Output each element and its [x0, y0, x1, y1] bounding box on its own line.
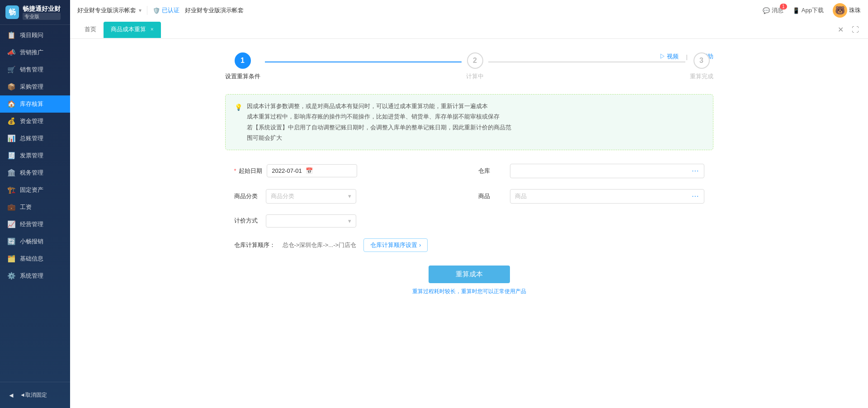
tab-recalc[interactable]: 商品成本重算 ×: [104, 22, 161, 38]
sidebar-item-purchase[interactable]: 📦 采购管理: [0, 78, 70, 95]
app-download-label: App下载: [802, 6, 824, 14]
step-3: 3 重算完成: [690, 52, 713, 81]
tab-close-icon[interactable]: ×: [151, 26, 154, 33]
sidebar-item-basic[interactable]: 🗂️ 基础信息: [0, 250, 70, 267]
product-input[interactable]: 商品 ···: [510, 189, 704, 204]
step-2-circle: 2: [467, 52, 483, 69]
sidebar-unpin[interactable]: ◄ ◄取消固定: [0, 387, 70, 403]
video-btn[interactable]: ▷ 视频: [660, 52, 679, 61]
step-3-circle: 3: [693, 52, 710, 69]
basic-icon: 🗂️: [7, 255, 15, 263]
sidebar-item-accounting[interactable]: 📊 总账管理: [0, 130, 70, 147]
payroll-icon: 💼: [7, 203, 15, 211]
app-logo-text: 畅捷通好业财 专业版: [23, 5, 61, 20]
product-field: 商品 商品 ···: [478, 189, 704, 204]
sidebar-bottom[interactable]: ◄ ◄取消固定: [0, 382, 70, 408]
sidebar-item-sales[interactable]: 🛒 销售管理: [0, 61, 70, 78]
app-brand: 畅捷通好业财: [23, 5, 61, 13]
message-icon: 💬: [763, 7, 770, 14]
sidebar-item-label: 营销推广: [20, 48, 43, 57]
warehouse-order-settings-btn[interactable]: 仓库计算顺序设置 ›: [363, 238, 428, 252]
sidebar-item-label: 采购管理: [20, 83, 43, 91]
step-2: 2 计算中: [466, 52, 484, 81]
sidebar-logo: 畅 畅捷通好业财 专业版: [0, 0, 70, 25]
submit-hint: 重算过程耗时较长，重算时您可以正常使用产品: [234, 288, 704, 295]
form-row-2: 商品分类 商品分类 ▾ 商品 商品 ···: [234, 189, 704, 204]
sidebar-item-label: 库存核算: [20, 100, 43, 108]
submit-btn[interactable]: 重算成本: [429, 266, 510, 283]
category-select[interactable]: 商品分类 ▾: [266, 189, 356, 204]
message-btn[interactable]: 💬 消息 1: [763, 6, 783, 14]
sidebar-item-label: 工资: [20, 203, 32, 211]
phone-icon: 📱: [793, 7, 800, 14]
pricing-field: 计价方式 ▾: [234, 214, 460, 228]
sidebar-item-label: 系统管理: [20, 272, 43, 280]
pricing-select[interactable]: ▾: [266, 214, 356, 228]
step-line-2: [488, 62, 685, 62]
sidebar-item-label: 项目顾问: [20, 31, 43, 39]
category-field: 商品分类 商品分类 ▾: [234, 189, 460, 204]
sidebar-item-label: 发票管理: [20, 152, 43, 160]
tab-home[interactable]: 首页: [77, 22, 104, 38]
sidebar-item-tax[interactable]: 🏛️ 税务管理: [0, 164, 70, 181]
verified-label: 已认证: [162, 6, 179, 14]
account-dropdown-icon: ▾: [139, 7, 142, 14]
sidebar-item-expense[interactable]: 🔄 小畅报销: [0, 233, 70, 250]
username: 珠珠: [849, 6, 861, 14]
form-section: * 起始日期 2022-07-01 📅 仓库 ···: [225, 164, 713, 295]
submit-area: 重算成本 重算过程耗时较长，重算时您可以正常使用产品: [234, 266, 704, 295]
sidebar-item-invoice[interactable]: 🧾 发票管理: [0, 147, 70, 164]
sidebar-item-system[interactable]: ⚙️ 系统管理: [0, 267, 70, 285]
sidebar-nav: 📋 项目顾问 📣 营销推广 🛒 销售管理 📦 采购管理 🏠 库存核算 💰 资金管…: [0, 25, 70, 382]
assets-icon: 🏗️: [7, 186, 15, 194]
sidebar-item-label: 小畅报销: [20, 237, 43, 246]
sidebar-item-operations[interactable]: 📈 经营管理: [0, 216, 70, 233]
sidebar-item-label: 资金管理: [20, 117, 43, 125]
warehouse-field: 仓库 ···: [478, 164, 704, 178]
start-date-input[interactable]: 2022-07-01 📅: [267, 164, 357, 177]
warehouse-dots[interactable]: ···: [692, 167, 699, 175]
topbar-divider: [147, 6, 147, 15]
category-placeholder: 商品分类: [271, 192, 294, 200]
warehouse-input[interactable]: ···: [510, 164, 704, 178]
stepper: 1 设置重算条件 2 计算中 3 重算完成: [225, 52, 713, 81]
info-text: 因成本计算参数调整，或是对商品成本有疑问时，可以通过成本重算功能，重新计算一遍成…: [247, 101, 511, 143]
sidebar-item-finance[interactable]: 💰 资金管理: [0, 113, 70, 130]
purchase-icon: 📦: [7, 83, 15, 91]
step-3-label: 重算完成: [690, 72, 713, 81]
topbar-account[interactable]: 好业财专业版演示帐套 ▾: [77, 6, 142, 14]
step-1-label: 设置重算条件: [225, 72, 260, 81]
warehouse-order-label: 仓库计算顺序：: [234, 241, 275, 249]
sidebar-item-inventory[interactable]: 🏠 库存核算: [0, 95, 70, 113]
step-1: 1 设置重算条件: [225, 52, 260, 81]
finance-icon: 💰: [7, 117, 15, 125]
close-window-icon[interactable]: ✕: [836, 24, 845, 36]
operations-icon: 📈: [7, 220, 15, 228]
inventory-icon: 🏠: [7, 100, 15, 108]
tabbar: 首页 商品成本重算 × ✕ ⛶: [70, 21, 868, 39]
product-dots[interactable]: ···: [692, 192, 699, 200]
sidebar-item-assets[interactable]: 🏗️ 固定资产: [0, 181, 70, 199]
topbar: 好业财专业版演示帐套 ▾ 🛡️ 已认证 好业财专业版演示帐套 💬 消息 1 📱 …: [70, 0, 868, 21]
step-2-label: 计算中: [466, 72, 484, 81]
sidebar-item-label: 基础信息: [20, 255, 43, 263]
start-date-field: * 起始日期 2022-07-01 📅: [234, 164, 460, 177]
required-star: *: [234, 167, 236, 174]
content-area: 1 设置重算条件 2 计算中 3 重算完成: [70, 39, 868, 408]
sidebar-item-marketing[interactable]: 📣 营销推广: [0, 44, 70, 61]
sidebar: 畅 畅捷通好业财 专业版 📋 项目顾问 📣 营销推广 🛒 销售管理 📦 采购管理…: [0, 0, 70, 408]
sidebar-item-project[interactable]: 📋 项目顾问: [0, 27, 70, 44]
sidebar-item-label: 税务管理: [20, 169, 43, 177]
expand-window-icon[interactable]: ⛶: [850, 24, 861, 36]
account-name: 好业财专业版演示帐套: [77, 6, 136, 14]
calendar-icon[interactable]: 📅: [306, 167, 313, 174]
sidebar-unpin-label: ◄取消固定: [20, 391, 47, 399]
app-download-btn[interactable]: 📱 App下载: [793, 6, 824, 14]
system-icon: ⚙️: [7, 272, 15, 280]
sales-icon: 🛒: [7, 66, 15, 74]
warehouse-label: 仓库: [478, 167, 505, 175]
invoice-icon: 🧾: [7, 152, 15, 160]
user-profile[interactable]: 🐻 珠珠: [833, 3, 861, 18]
project-icon: 📋: [7, 31, 15, 39]
sidebar-item-payroll[interactable]: 💼 工资: [0, 199, 70, 216]
